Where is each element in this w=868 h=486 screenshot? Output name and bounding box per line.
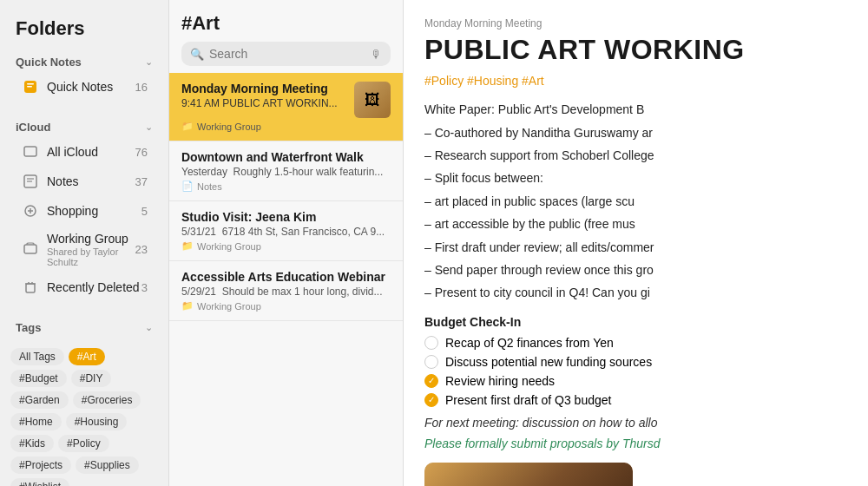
folder-icon-3: 📁 [181, 240, 194, 252]
checklist-item-0[interactable]: Recap of Q2 finances from Yen [424, 336, 847, 350]
note-item-arts-webinar[interactable]: Accessible Arts Education Webinar 5/29/2… [169, 261, 403, 321]
sidebar-item-shopping[interactable]: Shopping 5 [5, 197, 163, 225]
checklist-label-3: Present first draft of Q3 budget [445, 393, 611, 407]
detail-body-line-6: – Send paper through review once this gr… [424, 260, 847, 279]
svg-rect-1 [27, 83, 34, 85]
detail-body-line-1: – Research support from Schoberl College [424, 146, 847, 165]
working-group-icon [21, 240, 40, 259]
note-detail-panel: Monday Morning Meeting PUBLIC ART WORKIN… [404, 0, 868, 486]
tags-label: Tags [16, 321, 41, 334]
sidebar-all-icloud-count: 76 [135, 146, 148, 159]
tags-section-header[interactable]: Tags ⌄ [0, 316, 168, 338]
all-icloud-icon [21, 142, 40, 161]
tag-kids[interactable]: #Kids [10, 435, 54, 452]
note-item-monday-meeting[interactable]: Monday Morning Meeting 9:41 AM PUBLIC AR… [169, 73, 403, 141]
breadcrumb: Monday Morning Meeting [424, 17, 847, 30]
icloud-section-header[interactable]: iCloud ⌄ [0, 115, 168, 137]
sidebar-item-notes[interactable]: Notes 37 [5, 167, 163, 195]
note-thumbnail-img: 🖼 [354, 82, 391, 118]
note-item-studio-visit[interactable]: Studio Visit: Jeena Kim 5/31/21 6718 4th… [169, 201, 403, 261]
checkbox-0[interactable] [424, 336, 438, 350]
tag-supplies[interactable]: #Supplies [76, 456, 139, 474]
checklist-label-1: Discuss potential new funding sources [445, 355, 652, 369]
tags-section: All Tags #Art #Budget #DIY #Garden #Groc… [0, 338, 168, 486]
detail-body-line-4: – art accessible by the public (free mus [424, 214, 847, 233]
mic-icon[interactable]: 🎙 [371, 48, 382, 61]
detail-body-line-7: – Present to city council in Q4! Can you… [424, 283, 847, 302]
detail-tags: #Policy #Housing #Art [424, 74, 847, 88]
note-meta-arts-webinar: 5/29/21 Should be max 1 hour long, divid… [181, 286, 391, 298]
note-title-arts-webinar: Accessible Arts Education Webinar [181, 270, 391, 284]
note-folder-studio-visit: 📁 Working Group [181, 240, 391, 252]
tag-all-tags[interactable]: All Tags [10, 348, 64, 365]
checkbox-2[interactable]: ✓ [424, 374, 438, 388]
checklist-item-2[interactable]: ✓ Review hiring needs [424, 374, 847, 388]
notes-list-panel: #Art 🔍 🎙 Monday Morning Meeting 9:41 AM … [169, 0, 404, 486]
checklist-item-3[interactable]: ✓ Present first draft of Q3 budget [424, 393, 847, 407]
checkbox-1[interactable] [424, 355, 438, 369]
sidebar-all-icloud-label: All iCloud [47, 145, 135, 159]
folder-icon-4: 📁 [181, 300, 194, 312]
quick-notes-label: Quick Notes [16, 56, 82, 69]
sidebar-notes-label: Notes [47, 174, 135, 188]
sidebar-shopping-count: 5 [141, 205, 148, 218]
shopping-icon [21, 201, 40, 220]
svg-rect-3 [24, 147, 36, 156]
notes-list-items: Monday Morning Meeting 9:41 AM PUBLIC AR… [169, 73, 403, 486]
folder-icon-2: 📄 [181, 181, 194, 192]
sidebar-item-working-group[interactable]: Working Group Shared by Taylor Schultz 2… [5, 227, 163, 272]
sidebar-working-group-sublabel: Shared by Taylor Schultz [47, 246, 135, 267]
quick-notes-icon [21, 77, 40, 96]
detail-image [424, 463, 633, 486]
notes-icon [21, 172, 40, 191]
detail-body-line-2: – Split focus between: [424, 168, 847, 187]
sidebar-recently-deleted-count: 3 [141, 281, 148, 294]
quick-notes-section-header[interactable]: Quick Notes ⌄ [0, 50, 168, 72]
sidebar-item-all-icloud[interactable]: All iCloud 76 [5, 138, 163, 166]
icloud-chevron-icon: ⌄ [145, 122, 153, 133]
svg-rect-2 [27, 86, 32, 88]
detail-body-line-5: – First draft under review; all edits/co… [424, 238, 847, 257]
sidebar-item-quick-notes[interactable]: Quick Notes 16 [5, 73, 163, 101]
tag-wishlist[interactable]: #Wishlist [10, 478, 69, 486]
sidebar-working-group-label: Working Group [47, 232, 128, 246]
tag-projects[interactable]: #Projects [10, 456, 71, 474]
tags-grid: All Tags #Art #Budget #DIY #Garden #Groc… [10, 348, 158, 486]
tag-groceries[interactable]: #Groceries [73, 391, 141, 409]
detail-image-inner [424, 463, 633, 486]
sidebar-title: Folders [0, 10, 168, 50]
tag-budget[interactable]: #Budget [10, 370, 67, 387]
tags-chevron-icon: ⌄ [145, 322, 153, 333]
sidebar: Folders Quick Notes ⌄ Quick Notes 16 iCl… [0, 0, 169, 486]
tag-housing[interactable]: #Housing [66, 413, 128, 430]
sidebar-working-group-count: 23 [135, 243, 148, 256]
tag-garden[interactable]: #Garden [10, 391, 69, 409]
note-title-downtown-walk: Downtown and Waterfront Walk [181, 150, 391, 164]
search-input[interactable] [209, 47, 365, 61]
note-folder-monday-meeting: 📁 Working Group [181, 121, 391, 132]
tag-policy[interactable]: #Policy [58, 435, 109, 452]
detail-body-intro: White Paper: Public Art's Development B [424, 100, 847, 119]
note-green: Please formally submit proposals by Thur… [424, 437, 847, 450]
search-bar[interactable]: 🔍 🎙 [181, 42, 391, 66]
recently-deleted-icon [21, 278, 40, 297]
note-title-studio-visit: Studio Visit: Jeena Kim [181, 210, 391, 224]
note-folder-downtown-walk: 📄 Notes [181, 181, 391, 192]
sidebar-quick-notes-label: Quick Notes [47, 80, 135, 94]
notes-list-header: #Art 🔍 🎙 [169, 0, 403, 73]
note-title-monday-meeting: Monday Morning Meeting [181, 82, 347, 95]
note-item-downtown-walk[interactable]: Downtown and Waterfront Walk Yesterday R… [169, 141, 403, 201]
tag-home[interactable]: #Home [10, 413, 62, 430]
folder-icon: 📁 [181, 121, 194, 132]
tag-art[interactable]: #Art [69, 348, 105, 365]
search-icon: 🔍 [190, 48, 204, 61]
sidebar-notes-count: 37 [135, 175, 148, 188]
sidebar-item-recently-deleted[interactable]: Recently Deleted 3 [5, 273, 163, 301]
note-meta-monday-meeting: 9:41 AM PUBLIC ART WORKIN... [181, 97, 347, 109]
checklist-item-1[interactable]: Discuss potential new funding sources [424, 355, 847, 369]
icloud-label: iCloud [16, 121, 50, 134]
detail-body: White Paper: Public Art's Development B … [424, 100, 847, 303]
checkbox-3[interactable]: ✓ [424, 393, 438, 407]
tag-diy[interactable]: #DIY [71, 370, 112, 387]
svg-rect-11 [26, 284, 35, 292]
